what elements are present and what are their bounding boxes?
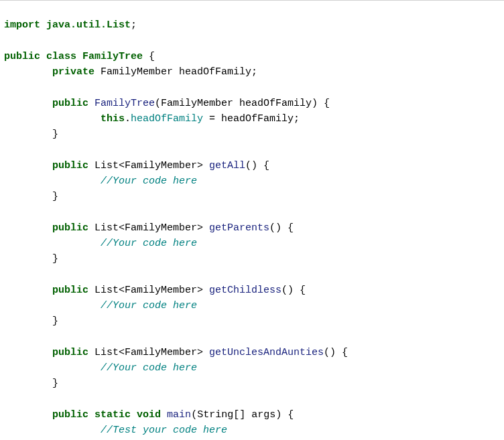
keyword-public: public (52, 409, 88, 421)
open-brace: { (149, 51, 155, 62)
keyword-private: private (52, 66, 94, 78)
space (40, 19, 46, 31)
method-getUnclesAndAunties: getUnclesAndAunties (209, 347, 324, 358)
method-getParents: getParents (209, 222, 269, 234)
close-brace: } (52, 315, 58, 327)
keyword-import: import (4, 19, 40, 31)
noarg-call: () { (245, 160, 269, 171)
constructor-params: (FamilyMember headOfFamily) { (155, 98, 330, 109)
main-params: (String[] args) { (191, 409, 294, 421)
noarg-call: () { (281, 285, 306, 296)
keyword-public: public (52, 98, 88, 109)
keyword-this: this (101, 113, 125, 125)
noarg-call: () { (324, 347, 348, 358)
keyword-public: public (52, 160, 88, 171)
comment-your-code: //Your code here (101, 238, 197, 249)
constructor-name: FamilyTree (94, 98, 155, 109)
keyword-class: class (46, 51, 76, 62)
method-getAll: getAll (209, 160, 245, 171)
comment-your-code: //Your code here (101, 362, 197, 374)
keyword-public: public (52, 285, 88, 296)
comment-your-code: //Your code here (101, 300, 197, 311)
close-brace: } (52, 191, 58, 202)
semicolon: ; (131, 19, 137, 31)
method-main: main (167, 409, 191, 421)
keyword-static: static (94, 409, 131, 421)
keyword-public: public (52, 222, 88, 234)
comment-test-code: //Test your code here (101, 425, 227, 436)
import-package: java.util.List (46, 19, 131, 31)
assign-tail: = headOfFamily; (203, 113, 300, 125)
keyword-public: public (52, 347, 88, 358)
close-brace: } (52, 378, 58, 389)
field-ref: headOfFamily (131, 113, 203, 125)
close-brace: } (52, 129, 58, 140)
keyword-void: void (137, 409, 161, 421)
comment-your-code: //Your code here (101, 175, 197, 187)
noarg-call: () { (269, 222, 294, 234)
field-decl: headOfFamily; (179, 66, 257, 78)
code-block: import java.util.List; public class Fami… (0, 0, 504, 440)
keyword-public: public (4, 51, 40, 62)
method-getChildless: getChildless (209, 285, 281, 296)
class-name: FamilyTree (82, 51, 143, 62)
close-brace: } (52, 253, 58, 265)
dot: . (125, 113, 131, 125)
